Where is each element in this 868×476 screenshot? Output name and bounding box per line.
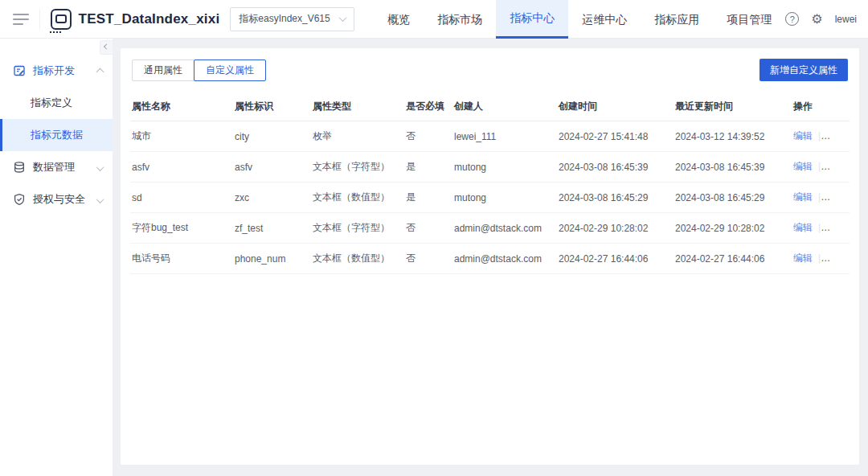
chevron-down-icon [97,194,103,206]
nav-tab-5[interactable]: 项目管理 [713,0,785,39]
column-header: 创建人 [452,94,557,121]
chevron-down-icon [97,162,103,174]
project-select-value: 指标easyIndex_V615 [239,12,330,26]
username[interactable]: lewei [835,14,857,25]
table-cell: 2024-02-29 10:28:02 [557,213,674,244]
table-cell: 是 [404,183,452,213]
table-cell: 否 [404,121,452,152]
table-cell: lewei_111 [452,121,557,152]
card-header: 通用属性 自定义属性 新增自定义属性 [132,59,848,81]
sidebar-group-0[interactable]: 指标开发 [0,55,113,87]
table-cell-actions: 编辑|删除 [792,244,850,274]
table-cell: 字符bug_test [130,213,233,244]
topbar-right: ? ⚙ lewei [785,12,857,26]
table-cell-actions: 编辑|删除 [792,152,850,183]
top-navigation: 概览指标市场指标中心运维中心指标应用项目管理 [374,0,785,39]
table-cell: phone_num [233,244,311,274]
topbar: TEST_DataIndex_xixi 指标easyIndex_V615 概览指… [0,0,868,39]
project-select[interactable]: 指标easyIndex_V615 [230,7,354,31]
menu-toggle-icon[interactable] [13,14,29,25]
column-header: 属性类型 [311,94,404,121]
edit-link[interactable]: 编辑 [793,191,813,203]
sidebar-item-0-1[interactable]: 指标元数据 [0,119,113,151]
table-cell: 电话号码 [130,244,233,274]
sidebar-group-1[interactable]: 数据管理 [0,151,113,183]
column-header: 属性标识 [233,94,311,121]
chevron-down-icon [339,14,347,22]
action-divider: | [818,130,821,142]
table-cell: zxc [233,183,311,213]
gear-icon[interactable]: ⚙ [811,13,822,26]
edit-doc-icon [13,64,26,77]
add-custom-attribute-button[interactable]: 新增自定义属性 [760,59,848,81]
table-cell: city [233,121,311,152]
nav-tab-4[interactable]: 指标应用 [641,0,713,39]
table-cell: zf_test [233,213,311,244]
column-header: 是否必填 [404,94,452,121]
table-cell: mutong [452,152,557,183]
column-header: 属性名称 [130,94,233,121]
edit-link[interactable]: 编辑 [793,222,813,233]
edit-link[interactable]: 编辑 [793,130,813,142]
nav-tab-2[interactable]: 指标中心 [496,0,568,39]
table-cell: 否 [404,244,452,274]
table-cell: 枚举 [311,121,404,152]
app-title: TEST_DataIndex_xixi [79,11,220,27]
edit-link[interactable]: 编辑 [793,161,813,172]
sidebar-group-label: 授权与安全 [33,192,85,207]
table-cell: 2024-03-08 16:45:39 [674,152,792,183]
tab-general-attributes[interactable]: 通用属性 [132,60,194,81]
column-header: 操作 [792,94,850,121]
table-cell: 2024-03-08 16:45:29 [674,183,792,213]
app-logo [51,9,72,30]
database-icon [13,161,26,174]
column-header: 最近更新时间 [674,94,792,121]
nav-tab-0[interactable]: 概览 [374,0,424,39]
table-row: 电话号码phone_num文本框（数值型）否admin@dtstack.com2… [130,244,850,274]
table-cell: 文本框（数值型） [311,183,404,213]
shield-icon [13,193,26,206]
sidebar-group-2[interactable]: 授权与安全 [0,183,113,215]
table-cell: asfv [233,152,311,183]
tab-custom-attributes[interactable]: 自定义属性 [194,60,266,81]
sidebar-collapse-button[interactable] [100,40,113,55]
table-cell: 2024-03-12 14:39:52 [674,121,792,152]
sidebar-group-label: 数据管理 [33,160,75,174]
table-cell: 文本框（字符型） [311,152,404,183]
table-cell: asfv [130,152,233,183]
attributes-table: 属性名称属性标识属性类型是否必填创建人创建时间最近更新时间操作 城市city枚举… [130,94,850,274]
column-header: 创建时间 [557,94,674,121]
table-row: asfvasfv文本框（字符型）是mutong2024-03-08 16:45:… [130,152,850,183]
table-cell: sd [130,183,233,213]
action-divider: | [818,191,821,203]
table-cell-actions: 编辑|删除 [792,183,850,213]
table-cell-actions: 编辑|删除 [792,121,850,152]
content-card: 通用属性 自定义属性 新增自定义属性 属性名称属性标识属性类型是否必填创建人创建… [121,48,859,465]
topbar-divider [39,10,40,29]
table-cell: 2024-02-29 10:28:02 [674,213,792,244]
table-cell: admin@dtstack.com [452,244,557,274]
sidebar: 指标开发指标定义指标元数据数据管理授权与安全 [0,39,113,476]
table-cell: 是 [404,152,452,183]
help-icon[interactable]: ? [785,12,799,26]
table-cell: 2024-02-27 16:44:06 [557,244,674,274]
action-divider: | [818,161,821,172]
sidebar-item-0-0[interactable]: 指标定义 [0,87,113,119]
table-row: sdzxc文本框（数值型）是mutong2024-03-08 16:45:292… [130,183,850,213]
action-divider: | [818,222,821,233]
table-cell: 2024-02-27 16:44:06 [674,244,792,274]
table-cell: mutong [452,183,557,213]
main-area: 通用属性 自定义属性 新增自定义属性 属性名称属性标识属性类型是否必填创建人创建… [113,39,868,476]
table-row: 城市city枚举否lewei_1112024-02-27 15:41:48202… [130,121,850,152]
table-cell: 文本框（数值型） [311,244,404,274]
table-cell: 2024-03-08 16:45:39 [557,152,674,183]
table-row: 字符bug_testzf_test文本框（字符型）否admin@dtstack.… [130,213,850,244]
action-divider: | [818,252,821,264]
table-cell: admin@dtstack.com [452,213,557,244]
nav-tab-1[interactable]: 指标市场 [424,0,496,39]
edit-link[interactable]: 编辑 [793,252,813,264]
attribute-tabs: 通用属性 自定义属性 [132,60,266,81]
table-cell: 2024-03-08 16:45:29 [557,183,674,213]
table-cell: 2024-02-27 15:41:48 [557,121,674,152]
nav-tab-3[interactable]: 运维中心 [568,0,641,39]
